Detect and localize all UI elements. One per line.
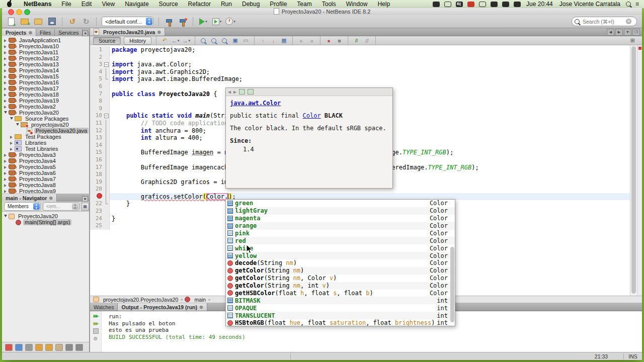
editor-vertical-scrollbar[interactable] bbox=[630, 45, 637, 296]
fold-end-icon[interactable] bbox=[104, 200, 110, 208]
wifi-icon[interactable] bbox=[502, 2, 509, 7]
expand-arrow-icon[interactable] bbox=[4, 37, 9, 43]
line-number[interactable]: 18 bbox=[90, 171, 104, 178]
tree-item-proyectojava3[interactable]: ProyectoJava3 bbox=[2, 152, 89, 158]
line-number[interactable]: 22 bbox=[90, 200, 104, 208]
completion-item-HSBtoRGB[interactable]: HSBtoRGB(float hue, float saturation, fl… bbox=[226, 319, 455, 326]
tree-item-proyectojava7[interactable]: ProyectoJava7 bbox=[2, 176, 89, 182]
javadoc-back-icon[interactable]: ◀ bbox=[228, 89, 231, 95]
select-in-icon[interactable]: ▣ bbox=[231, 37, 239, 44]
expand-arrow-icon[interactable] bbox=[4, 49, 9, 55]
line-number[interactable] bbox=[90, 193, 104, 201]
menu-run[interactable]: Run bbox=[216, 1, 237, 8]
stop-macro-icon[interactable]: ■ bbox=[336, 37, 343, 44]
completion-item-getColor[interactable]: getColor(String nm, int v)Color bbox=[226, 282, 455, 290]
line-number[interactable]: 2 bbox=[90, 54, 104, 61]
code-line-5[interactable]: 5import java.awt.image.BufferedImage; bbox=[90, 75, 630, 83]
menu-team[interactable]: Team bbox=[292, 1, 316, 8]
tab-services[interactable]: Services bbox=[55, 29, 83, 36]
maximize-editor-icon[interactable]: ❐ bbox=[632, 29, 640, 36]
fold-mid-icon[interactable] bbox=[104, 178, 110, 186]
rerun-icon[interactable]: ▶▶ bbox=[92, 313, 99, 319]
expand-arrow-icon[interactable] bbox=[4, 152, 9, 158]
navigator-sort-button[interactable]: ▦ bbox=[82, 203, 89, 211]
tree-item-proyectojava5[interactable]: ProyectoJava5 bbox=[2, 164, 89, 170]
tab-navigator[interactable]: main - Navigator ⊗ bbox=[2, 194, 57, 202]
spotlight-icon[interactable] bbox=[626, 2, 631, 7]
tree-item-proyectojava19[interactable]: ProyectoJava19 bbox=[2, 98, 89, 104]
start-macro-icon[interactable]: ● bbox=[325, 37, 333, 44]
code-text[interactable]: import java.awt.Graphics2D; bbox=[110, 68, 630, 76]
tree-item-proyectojava17[interactable]: ProyectoJava17 bbox=[2, 85, 89, 92]
tree-item-javaapplication1[interactable]: JavaApplication1 bbox=[2, 37, 89, 43]
fold-start-icon[interactable] bbox=[104, 112, 110, 120]
completion-item-BITMASK[interactable]: BITMASKint bbox=[226, 297, 455, 304]
eject-icon[interactable] bbox=[514, 2, 521, 7]
expand-arrow-icon[interactable] bbox=[4, 158, 9, 164]
fold-mid-icon[interactable] bbox=[104, 171, 110, 178]
completion-item-red[interactable]: redColor bbox=[226, 237, 455, 244]
tree-item-proyectojava2[interactable]: ProyectoJava2 bbox=[2, 104, 89, 110]
menu-file[interactable]: File bbox=[56, 1, 76, 8]
quick-search[interactable]: ✕ bbox=[572, 17, 637, 26]
expand-arrow-icon[interactable] bbox=[4, 79, 9, 85]
completion-item-yellow[interactable]: yellowColor bbox=[226, 252, 455, 259]
completion-item-getColor[interactable]: getColor(String nm, Color v)Color bbox=[226, 275, 455, 282]
open-in-browser-icon[interactable] bbox=[248, 89, 254, 95]
close-icon[interactable]: ⊗ bbox=[157, 30, 161, 35]
expand-arrow-icon[interactable] bbox=[4, 85, 9, 92]
tree-item-proyectojava4[interactable]: ProyectoJava4 bbox=[2, 158, 89, 164]
clear-search-icon[interactable]: ✕ bbox=[626, 19, 631, 24]
menu-profile[interactable]: Profile bbox=[265, 1, 292, 8]
type-link[interactable]: Color bbox=[303, 112, 321, 119]
code-line-2[interactable]: 2 bbox=[90, 54, 630, 61]
menu-refactor[interactable]: Refactor bbox=[183, 1, 216, 8]
completion-item-green[interactable]: greenColor bbox=[226, 200, 455, 207]
tab-watches[interactable]: Watches bbox=[90, 303, 118, 311]
expand-arrow-icon[interactable] bbox=[10, 146, 15, 152]
build-settings-icon[interactable]: ⚙ bbox=[92, 335, 99, 341]
fold-end-icon[interactable] bbox=[104, 75, 110, 83]
forward-icon[interactable]: →▾ bbox=[182, 37, 190, 44]
shift-left-icon[interactable]: « bbox=[297, 37, 305, 44]
scroll-tabs-right-icon[interactable]: ▶ bbox=[615, 29, 623, 36]
completion-item-TRANSLUCENT[interactable]: TRANSLUCENTint bbox=[226, 312, 455, 319]
next-occurrence-icon[interactable]: ↓ bbox=[270, 37, 277, 44]
fold-mid-icon[interactable] bbox=[104, 120, 110, 127]
completion-item-lightGray[interactable]: lightGrayColor bbox=[226, 207, 455, 215]
tree-item-proyectojava12[interactable]: ProyectoJava12 bbox=[2, 55, 89, 61]
sort-alphabetically-icon[interactable] bbox=[65, 344, 73, 351]
undo-icon[interactable]: ↺ bbox=[67, 17, 77, 27]
tree-item-proyectojava6[interactable]: ProyectoJava6 bbox=[2, 170, 89, 176]
float-window-icon[interactable]: ▣ bbox=[82, 196, 88, 202]
expand-arrow-icon[interactable] bbox=[4, 61, 9, 67]
back-icon[interactable]: ←▾ bbox=[172, 37, 180, 44]
code-text[interactable]: import java.awt.Color; bbox=[110, 61, 630, 68]
expand-arrow-icon[interactable] bbox=[4, 188, 9, 194]
shift-right-icon[interactable]: » bbox=[308, 37, 315, 44]
show-fields-icon[interactable] bbox=[15, 344, 23, 351]
volume-icon[interactable] bbox=[491, 2, 498, 7]
tab-files[interactable]: Files bbox=[36, 29, 55, 36]
stop-build-icon[interactable] bbox=[92, 328, 99, 334]
code-line-3[interactable]: 3import java.awt.Color; bbox=[90, 61, 630, 68]
expand-arrow-icon[interactable] bbox=[4, 67, 9, 73]
scroll-tabs-left-icon[interactable]: ◀ bbox=[607, 29, 614, 36]
history-view-button[interactable]: History bbox=[124, 37, 151, 45]
line-number[interactable]: 17 bbox=[90, 164, 104, 171]
completion-item-pink[interactable]: pinkColor bbox=[226, 230, 455, 237]
code-text[interactable]: package proyectojava20; bbox=[110, 46, 630, 54]
projects-tree[interactable]: JavaApplication1ProyectoJava10ProyectoJa… bbox=[2, 36, 90, 194]
menu-source[interactable]: Source bbox=[154, 1, 183, 8]
fold-mid-icon[interactable] bbox=[104, 193, 110, 201]
line-number[interactable]: 15 bbox=[90, 149, 104, 156]
find-next-icon[interactable] bbox=[221, 37, 228, 44]
tree-item-libraries[interactable]: Libraries bbox=[2, 140, 89, 146]
line-number[interactable]: 14 bbox=[90, 142, 104, 149]
code-text[interactable] bbox=[110, 54, 630, 61]
minimize-window-button[interactable] bbox=[16, 9, 22, 15]
tree-item-test packages[interactable]: Test Packages bbox=[2, 134, 89, 140]
menu-view[interactable]: View bbox=[97, 1, 120, 8]
tree-item-proyectojava15[interactable]: ProyectoJava15 bbox=[2, 73, 89, 79]
show-inherited-icon[interactable] bbox=[5, 344, 13, 351]
